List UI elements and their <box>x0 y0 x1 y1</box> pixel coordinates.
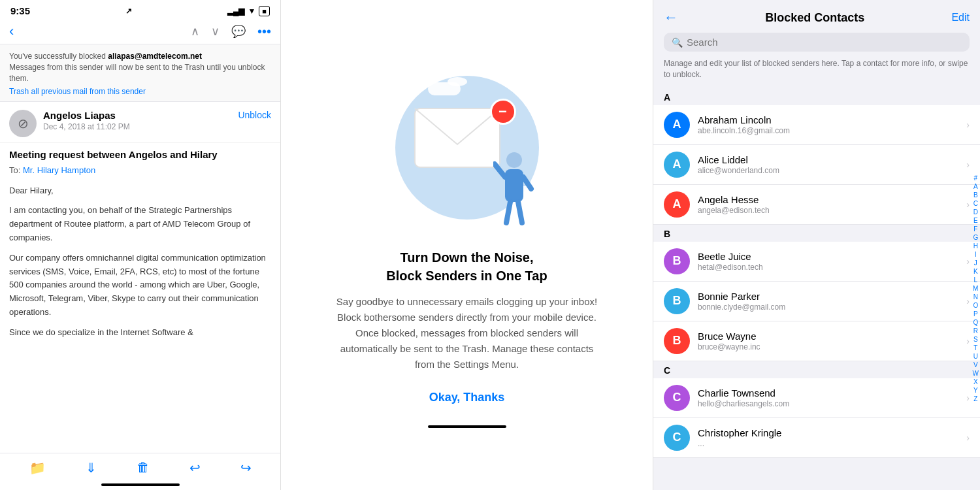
alpha-letter[interactable]: G <box>973 234 978 242</box>
email-footer: 📁 ⇓ 🗑 ↩ ↪ <box>0 453 280 481</box>
contact-item[interactable]: BBonnie Parkerbonnie.clyde@gmail.com› <box>653 282 980 321</box>
blocked-email: aliapas@amdtelecom.net <box>108 52 202 61</box>
contact-item[interactable]: AAbraham Lincolnabe.lincoln.16@gmail.com… <box>653 105 980 145</box>
trash-link[interactable]: Trash all previous mail from this sender <box>9 86 271 97</box>
contact-info: Christopher Kringle... <box>698 427 958 448</box>
to-name[interactable]: Mr. Hilary Hampton <box>23 165 95 175</box>
marketing-panel: − Turn Down the Noise, Block Senders in … <box>281 0 653 490</box>
unblock-button[interactable]: Unblock <box>238 110 271 120</box>
contact-item[interactable]: CChristopher Kringle...› <box>653 418 980 458</box>
alpha-letter[interactable]: I <box>975 251 977 259</box>
contact-avatar: C <box>664 425 690 451</box>
alpha-letter[interactable]: E <box>973 217 978 225</box>
alpha-letter[interactable]: U <box>973 353 978 361</box>
alpha-letter[interactable]: Q <box>973 319 978 327</box>
toolbar-icons: ∧ ∨ 💬 ••• <box>191 24 271 39</box>
alpha-letter[interactable]: # <box>973 174 977 182</box>
alpha-letter[interactable]: X <box>973 378 978 386</box>
alpha-letter[interactable]: B <box>973 191 978 199</box>
alpha-letter[interactable]: R <box>973 327 978 335</box>
contacts-search-bar[interactable]: 🔍 <box>664 33 970 52</box>
reply-icon[interactable]: ↩ <box>189 460 201 476</box>
alpha-letter[interactable]: K <box>973 268 978 276</box>
alpha-letter[interactable]: S <box>973 336 978 344</box>
section-header-C: C <box>653 361 980 378</box>
marketing-body: Say goodbye to unnecessary emails cloggi… <box>336 294 598 372</box>
download-icon[interactable]: ⇓ <box>86 460 97 476</box>
contact-info: Alice Liddelalice@wonderland.com <box>698 154 958 175</box>
folder-icon[interactable]: 📁 <box>29 460 46 476</box>
search-input[interactable] <box>687 37 962 48</box>
contact-email: alice@wonderland.com <box>698 166 958 175</box>
home-indicator <box>101 483 180 486</box>
compose-icon[interactable]: 💬 <box>231 24 246 39</box>
alpha-letter[interactable]: T <box>973 344 977 352</box>
contact-email: ... <box>698 439 958 448</box>
up-arrow-icon[interactable]: ∧ <box>191 24 199 39</box>
alpha-letter[interactable]: W <box>973 370 979 378</box>
svg-line-5 <box>506 202 510 223</box>
status-time: 9:35 <box>10 5 30 16</box>
contact-email: bruce@wayne.inc <box>698 342 958 351</box>
chevron-right-icon: › <box>966 199 970 210</box>
forward-icon[interactable]: ↪ <box>240 460 252 476</box>
contacts-edit-button[interactable]: Edit <box>951 12 970 24</box>
alpha-letter[interactable]: Y <box>973 387 978 395</box>
marketing-illustration: − <box>382 63 552 233</box>
alpha-letter[interactable]: O <box>973 302 978 310</box>
contact-avatar: A <box>664 152 690 178</box>
trash-icon[interactable]: 🗑 <box>137 460 150 476</box>
alpha-letter[interactable]: N <box>973 293 978 301</box>
email-meta: Angelos Liapas Unblock Dec 4, 2018 at 11… <box>43 110 271 131</box>
illus-cloud-2 <box>448 77 467 86</box>
contact-name: Beetle Juice <box>698 251 958 262</box>
contact-item[interactable]: BBruce Waynebruce@wayne.inc› <box>653 321 980 361</box>
contacts-title: Blocked Contacts <box>765 11 864 25</box>
status-arrow-icon: ↗ <box>125 7 132 16</box>
section-header-B: B <box>653 225 980 242</box>
alpha-letter[interactable]: C <box>973 200 978 208</box>
svg-point-1 <box>506 152 522 168</box>
contact-avatar: C <box>664 385 690 411</box>
cta-button[interactable]: Okay, Thanks <box>429 391 505 404</box>
email-to: To: Mr. Hilary Hampton <box>0 163 280 180</box>
alpha-letter[interactable]: P <box>973 310 978 318</box>
contact-name: Alice Liddel <box>698 154 958 165</box>
chevron-right-icon: › <box>966 120 970 130</box>
email-date: Dec 4, 2018 at 11:02 PM <box>43 122 271 131</box>
down-arrow-icon[interactable]: ∨ <box>211 24 220 39</box>
contact-item[interactable]: AAlice Liddelalice@wonderland.com› <box>653 145 980 185</box>
alpha-letter[interactable]: J <box>974 259 977 267</box>
alpha-letter[interactable]: L <box>973 276 977 284</box>
email-body: Dear Hilary, I am contacting you, on beh… <box>0 180 280 453</box>
back-button[interactable]: ‹ <box>9 23 14 40</box>
alpha-letter[interactable]: H <box>973 242 978 250</box>
alpha-letter[interactable]: D <box>973 208 978 216</box>
contact-item[interactable]: CCharlie Townsendhello@charliesangels.co… <box>653 378 980 418</box>
alpha-letter[interactable]: Z <box>973 395 977 403</box>
body-para1: Dear Hilary, <box>9 184 271 198</box>
contacts-back-button[interactable]: ← <box>664 9 678 26</box>
alpha-letter[interactable]: V <box>973 361 978 369</box>
contact-avatar: B <box>664 328 690 354</box>
svg-rect-2 <box>505 169 523 202</box>
alpha-letter[interactable]: A <box>973 183 978 191</box>
contact-avatar: A <box>664 112 690 138</box>
body-para4: Since we do specialize in the Internet S… <box>9 326 271 340</box>
more-options-icon[interactable]: ••• <box>257 24 271 39</box>
contact-item[interactable]: AAngela Hesseangela@edison.tech› <box>653 185 980 225</box>
to-label: To: <box>9 165 23 175</box>
chevron-right-icon: › <box>966 393 970 403</box>
sender-name: Angelos Liapas <box>43 110 116 121</box>
chevron-right-icon: › <box>966 336 970 346</box>
contact-item[interactable]: BBeetle Juicehetal@edison.tech› <box>653 242 980 282</box>
status-icons: ▂▄▆ ▼ ■ <box>227 6 270 16</box>
chevron-right-icon: › <box>966 433 970 443</box>
email-toolbar: ‹ ∧ ∨ 💬 ••• <box>0 19 280 44</box>
alpha-letter[interactable]: F <box>973 225 977 233</box>
alpha-letter[interactable]: M <box>973 285 978 293</box>
contact-name: Charlie Townsend <box>698 387 958 399</box>
contact-info: Bruce Waynebruce@wayne.inc <box>698 331 958 351</box>
chevron-right-icon: › <box>966 296 970 306</box>
status-bar: 9:35 ↗ ▂▄▆ ▼ ■ <box>0 0 280 19</box>
